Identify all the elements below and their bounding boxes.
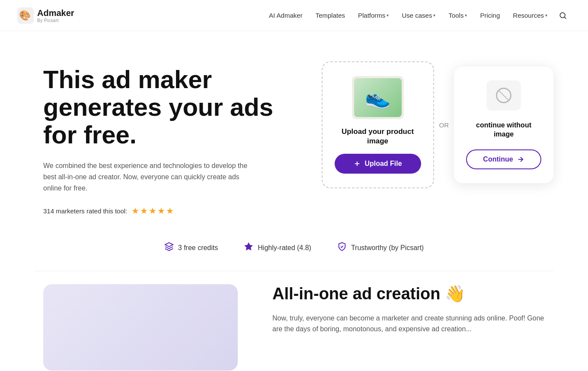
upload-file-button[interactable]: Upload File [335, 154, 421, 174]
or-divider: OR [439, 121, 449, 129]
chevron-down-icon: ▾ [465, 13, 467, 18]
badge-highly-rated: Highly-rated (4.8) [244, 242, 311, 254]
chevron-down-icon: ▾ [433, 13, 435, 18]
svg-line-3 [565, 17, 566, 19]
hero-section: This ad maker generates your ads for fre… [0, 31, 588, 233]
trustworthy-label: Trustworthy (by Picsart) [351, 244, 424, 252]
nav-links: AI Admaker Templates Platforms ▾ Use cas… [264, 8, 571, 23]
highly-rated-label: Highly-rated (4.8) [258, 244, 311, 252]
nav-item-resources[interactable]: Resources ▾ [508, 8, 553, 22]
lower-illustration [43, 284, 238, 371]
badges-row: 3 free credits Highly-rated (4.8) Trustw… [121, 233, 467, 271]
nav-item-ai-admaker[interactable]: AI Admaker [264, 8, 308, 22]
badge-free-credits: 3 free credits [164, 242, 218, 254]
shoe-image [354, 78, 402, 117]
star-3: ★ [149, 206, 157, 216]
badge-trustworthy: Trustworthy (by Picsart) [337, 242, 424, 254]
logo-icon: 🎨 [17, 7, 34, 24]
upload-card: Upload your product image Upload File [322, 61, 434, 188]
hero-title: This ad maker generates your ads for fre… [43, 66, 285, 148]
star-4: ★ [157, 206, 165, 216]
arrow-right-icon [517, 155, 524, 163]
logo-sub-text: By Picsart [37, 18, 74, 23]
svg-marker-7 [245, 243, 252, 250]
logo-main-text: Admaker [37, 8, 74, 18]
nav-item-use-cases[interactable]: Use cases ▾ [396, 8, 441, 22]
nav-item-templates[interactable]: Templates [310, 8, 350, 22]
rating-text: 314 marketers rated this tool: [43, 207, 127, 215]
no-image-title: continue without image [466, 121, 541, 139]
chevron-down-icon: ▾ [545, 13, 547, 18]
nav-item-tools[interactable]: Tools ▾ [443, 8, 472, 22]
free-credits-label: 3 free credits [178, 244, 218, 252]
slash-circle-icon [496, 88, 511, 103]
product-image-preview [352, 76, 404, 119]
star-rating: ★ ★ ★ ★ ★ [131, 206, 174, 216]
lower-title: All-in-one ad creation 👋 [272, 284, 553, 304]
chevron-down-icon: ▾ [387, 13, 389, 18]
logo-link[interactable]: 🎨 Admaker By Picsart [17, 7, 74, 24]
hero-left: This ad maker generates your ads for fre… [43, 57, 304, 216]
star-2: ★ [140, 206, 148, 216]
svg-text:🎨: 🎨 [19, 10, 31, 21]
lower-section: All-in-one ad creation 👋 Now, truly, eve… [0, 271, 588, 371]
search-icon [559, 11, 567, 20]
nav-item-pricing[interactable]: Pricing [475, 8, 505, 22]
stack-icon [164, 242, 174, 254]
hero-right: Upload your product image Upload File OR… [322, 61, 554, 188]
star-5: ★ [166, 206, 174, 216]
star-1: ★ [131, 206, 139, 216]
search-button[interactable] [555, 8, 571, 23]
hero-rating: 314 marketers rated this tool: ★ ★ ★ ★ ★ [43, 206, 304, 216]
no-image-card: continue without image Continue [454, 67, 553, 183]
plus-icon [353, 160, 361, 168]
lower-text: All-in-one ad creation 👋 Now, truly, eve… [272, 284, 553, 335]
star-badge-icon [244, 242, 253, 254]
shield-icon [337, 242, 347, 254]
no-image-icon [486, 80, 521, 111]
navbar: 🎨 Admaker By Picsart AI Admaker Template… [0, 0, 588, 31]
lower-description: Now, truly, everyone can become a market… [272, 313, 553, 335]
hero-description: We combined the best experience and tech… [43, 160, 259, 193]
svg-point-2 [560, 13, 565, 18]
continue-button[interactable]: Continue [466, 149, 541, 169]
nav-item-platforms[interactable]: Platforms ▾ [353, 8, 394, 22]
upload-card-title: Upload your product image [335, 127, 421, 146]
